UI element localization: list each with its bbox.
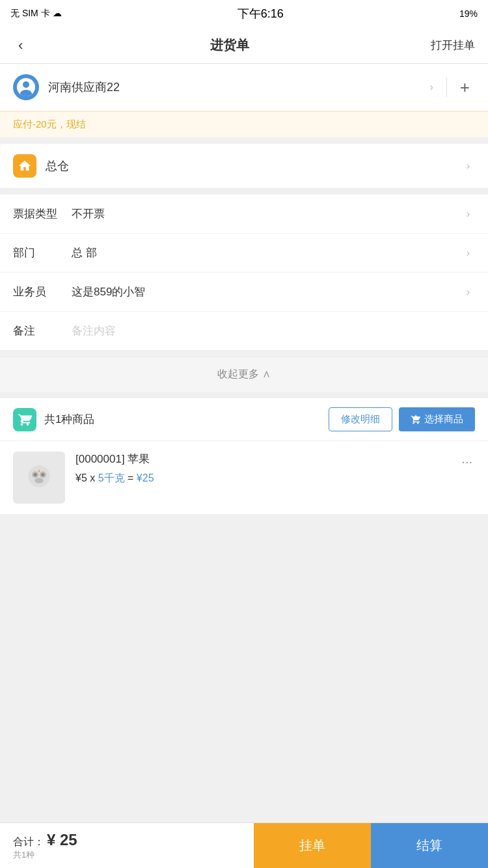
page-title: 进货单 xyxy=(210,36,249,54)
sales-row[interactable]: 业务员 这是859的小智 › xyxy=(0,273,488,312)
sales-label: 业务员 xyxy=(13,284,65,299)
svg-point-4 xyxy=(41,473,44,476)
cart-add-icon xyxy=(411,414,421,425)
dept-chevron-icon: › xyxy=(467,247,470,259)
add-button[interactable]: + xyxy=(455,75,475,100)
cart-icon xyxy=(18,413,32,427)
remark-label: 备注 xyxy=(13,323,65,338)
notice-bar: 应付-20元，现结 xyxy=(0,111,488,137)
edit-detail-button[interactable]: 修改明细 xyxy=(329,407,392,431)
content: 河南供应商22 › + 应付-20元，现结 总仓 › 票据类型 不开票 › xyxy=(0,64,488,573)
warehouse-chevron-icon: › xyxy=(467,160,470,172)
bottom-bar: 合计： ¥ 25 共1种 挂单 结算 xyxy=(0,822,488,868)
product-header: 共1种商品 修改明细 选择商品 xyxy=(0,398,488,441)
dept-value: 总 部 xyxy=(65,245,467,260)
product-price: ¥5 x 5千克 = ¥25 xyxy=(75,472,459,485)
price-value: ¥5 xyxy=(75,472,87,483)
price-multiply: x xyxy=(90,472,98,483)
checkout-button[interactable]: 结算 xyxy=(371,823,488,869)
status-bar: 无 SIM 卡 ☁ 下午6:16 19% xyxy=(0,0,488,27)
dept-label: 部门 xyxy=(13,245,65,260)
warehouse-icon xyxy=(13,154,36,178)
status-left: 无 SIM 卡 ☁ xyxy=(10,8,62,20)
product-count-text: 共1种商品 xyxy=(44,412,329,427)
product-title: 苹果 xyxy=(128,453,150,465)
invoice-label: 票据类型 xyxy=(13,206,65,221)
warehouse-row[interactable]: 总仓 › xyxy=(0,144,488,188)
dept-row[interactable]: 部门 总 部 › xyxy=(0,234,488,273)
product-code: [0000001] xyxy=(75,453,125,465)
product-name: [0000001] 苹果 xyxy=(75,452,459,467)
total-number: ¥ 25 xyxy=(47,831,77,849)
product-quantity: 5千克 xyxy=(98,472,125,483)
invoice-chevron-icon: › xyxy=(467,208,470,220)
product-total: ¥25 xyxy=(137,472,154,483)
select-product-button[interactable]: 选择商品 xyxy=(399,407,475,431)
remark-row[interactable]: 备注 备注内容 xyxy=(0,312,488,350)
open-hang-button[interactable]: 打开挂单 xyxy=(431,38,475,53)
total-section: 合计： ¥ 25 共1种 xyxy=(0,831,254,861)
notice-text: 应付-20元，现结 xyxy=(13,118,86,129)
svg-point-0 xyxy=(28,465,49,487)
product-placeholder-icon xyxy=(23,460,55,496)
status-right: 19% xyxy=(459,8,478,19)
collapse-label: 收起更多 ∧ xyxy=(217,368,270,379)
supplier-card: 河南供应商22 › + 应付-20元，现结 xyxy=(0,64,488,137)
svg-point-5 xyxy=(34,478,43,483)
total-count: 共1种 xyxy=(13,849,241,861)
product-section: 共1种商品 修改明细 选择商品 xyxy=(0,398,488,514)
status-time: 下午6:16 xyxy=(237,6,284,21)
svg-point-3 xyxy=(34,473,37,476)
warehouse-card[interactable]: 总仓 › xyxy=(0,144,488,188)
product-count-icon xyxy=(13,408,36,431)
supplier-row[interactable]: 河南供应商22 › + xyxy=(0,64,488,111)
form-card: 票据类型 不开票 › 部门 总 部 › 业务员 这是859的小智 › 备注 备注… xyxy=(0,195,488,350)
sales-value: 这是859的小智 xyxy=(65,284,467,299)
invoice-value: 不开票 xyxy=(65,206,467,221)
home-icon xyxy=(18,159,32,173)
owl-icon xyxy=(23,460,55,493)
total-amount: 合计： ¥ 25 xyxy=(13,831,241,849)
warehouse-name: 总仓 xyxy=(46,158,467,174)
nav-bar: ‹ 进货单 打开挂单 xyxy=(0,27,488,64)
select-product-label: 选择商品 xyxy=(424,413,463,426)
product-thumbnail xyxy=(13,452,65,504)
total-label: 合计： xyxy=(13,835,44,849)
supplier-chevron-icon: › xyxy=(429,81,433,93)
supplier-avatar xyxy=(13,74,39,100)
price-equals: = xyxy=(128,472,137,483)
invoice-row[interactable]: 票据类型 不开票 › xyxy=(0,195,488,234)
remark-input[interactable]: 备注内容 xyxy=(65,323,475,338)
supplier-divider xyxy=(446,77,447,97)
product-info: [0000001] 苹果 ¥5 x 5千克 = ¥25 xyxy=(75,452,459,485)
back-button[interactable]: ‹ xyxy=(13,32,28,59)
product-more-button[interactable]: ··· xyxy=(459,452,475,472)
supplier-name: 河南供应商22 xyxy=(48,79,429,95)
collapse-bar[interactable]: 收起更多 ∧ xyxy=(0,357,488,392)
sales-chevron-icon: › xyxy=(467,286,470,298)
product-item: [0000001] 苹果 ¥5 x 5千克 = ¥25 ··· xyxy=(0,441,488,514)
hang-button[interactable]: 挂单 xyxy=(254,823,371,869)
